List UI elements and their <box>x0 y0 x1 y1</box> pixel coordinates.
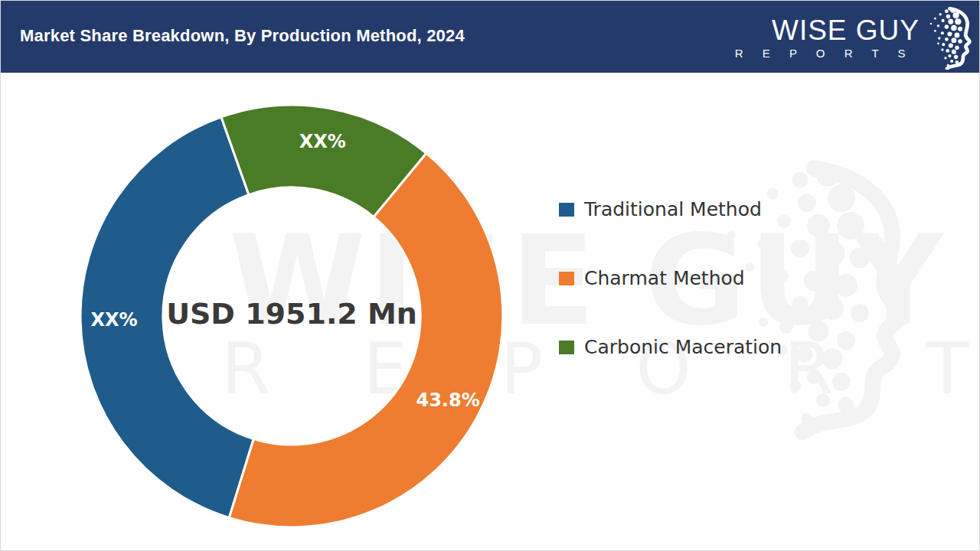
legend-swatch-icon <box>559 272 574 285</box>
legend-label: Charmat Method <box>584 267 745 289</box>
legend-item-carbonic-maceration: Carbonic Maceration <box>559 337 782 357</box>
legend-swatch-icon <box>559 341 574 354</box>
legend-label: Traditional Method <box>584 198 762 220</box>
slice-value-label: XX% <box>299 131 346 152</box>
logo-subtext: R E P O R T S <box>735 47 913 60</box>
legend-item-charmat-method: Charmat Method <box>559 269 782 288</box>
page-title: Market Share Breakdown, By Production Me… <box>20 26 465 46</box>
wiseguy-face-icon <box>920 7 972 70</box>
header-bar: Market Share Breakdown, By Production Me… <box>1 1 979 73</box>
slice-value-label: XX% <box>90 309 137 331</box>
legend-item-traditional-method: Traditional Method <box>559 200 782 219</box>
wiseguy-logo: WISE GUY R E P O R T S <box>771 5 970 71</box>
logo-wordmark: WISE GUY <box>772 15 920 47</box>
slice-value-label: 43.8% <box>416 390 479 411</box>
legend-label: Carbonic Maceration <box>584 336 782 358</box>
report-page: WISE GUY R E P O R T S XX%43.8%XX% USD 1… <box>0 0 980 551</box>
chart-legend: Traditional Method Charmat Method Carbon… <box>559 200 782 406</box>
chart-center-total: USD 1951.2 Mn <box>166 297 417 331</box>
legend-swatch-icon <box>559 203 574 217</box>
donut-chart: XX%43.8%XX% <box>1 1 979 550</box>
